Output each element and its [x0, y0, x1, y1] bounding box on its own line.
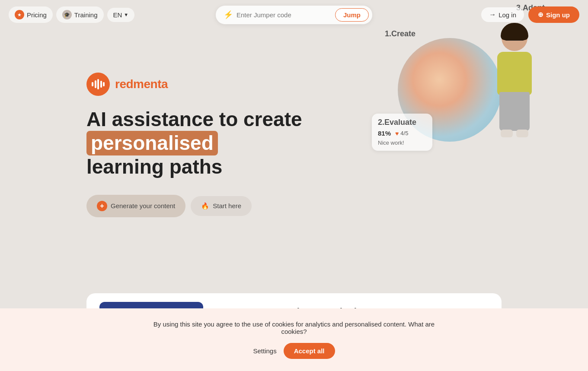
- jump-button[interactable]: Jump: [335, 8, 369, 22]
- cookie-buttons: Settings Accept all: [253, 343, 335, 359]
- pricing-button[interactable]: ★ Pricing: [9, 6, 53, 23]
- evaluate-card: 2.Evaluate 81% ♥ 4/5 Nice work!: [372, 114, 432, 151]
- fire-icon: 🔥: [201, 202, 209, 210]
- brand-logo: [86, 73, 110, 96]
- navbar: ★ Pricing 🎓 Training EN ▼ ⚡ Jump → Log i…: [0, 0, 588, 29]
- generate-content-button[interactable]: + Generate your content: [86, 195, 185, 217]
- jumper-input[interactable]: [236, 11, 332, 19]
- brand-name: redmenta: [115, 77, 168, 91]
- nav-right: → Log in ⊕ Sign up: [481, 6, 579, 23]
- generate-label: Generate your content: [111, 202, 175, 209]
- char-pants: [499, 92, 530, 131]
- chevron-down-icon: ▼: [124, 12, 128, 17]
- lightning-icon: ⚡: [224, 10, 233, 19]
- plus-icon: +: [97, 201, 107, 211]
- eval-stats: 81% ♥ 4/5: [378, 130, 426, 137]
- lang-label: EN: [113, 11, 122, 19]
- training-label: Training: [74, 11, 98, 19]
- char-body: [497, 52, 532, 95]
- heading-highlight: personalised: [86, 131, 218, 155]
- signup-label: Sign up: [546, 11, 570, 19]
- eval-percentage: 81%: [378, 130, 391, 137]
- eval-rating: 4/5: [400, 130, 408, 136]
- pricing-icon: ★: [15, 10, 24, 19]
- pricing-label: Pricing: [27, 11, 47, 19]
- user-plus-icon: ⊕: [538, 11, 543, 19]
- step-create-label: 1.Create: [385, 29, 415, 38]
- step-evaluate-label: 2.Evaluate: [378, 118, 426, 127]
- heart-rating: ♥ 4/5: [395, 130, 408, 137]
- heart-icon: ♥: [395, 130, 399, 137]
- cookie-banner: By using this site you agree to the use …: [0, 308, 588, 371]
- language-button[interactable]: EN ▼: [107, 8, 135, 22]
- illustration: 1.Create 3.Adapt 2.Evaluate 81% ♥ 4/5 Ni…: [372, 3, 553, 228]
- login-label: Log in: [499, 11, 516, 19]
- wave-bars-icon: [92, 79, 105, 89]
- training-icon: 🎓: [62, 10, 72, 19]
- cookie-settings-button[interactable]: Settings: [253, 347, 276, 355]
- hero-heading: AI assistance to create personalised lea…: [86, 108, 303, 178]
- char-shoe-left: [501, 130, 513, 137]
- char-shoe-right: [516, 130, 528, 137]
- character-figure: [480, 25, 549, 189]
- login-icon: →: [489, 11, 496, 19]
- heading-line1: AI assistance to create: [86, 108, 302, 130]
- nav-left: ★ Pricing 🎓 Training EN ▼: [9, 6, 134, 23]
- signup-button[interactable]: ⊕ Sign up: [528, 6, 579, 23]
- jumper-bar: ⚡ Jump: [216, 6, 372, 24]
- cookie-message: By using this site you agree to the use …: [143, 320, 445, 335]
- start-label: Start here: [213, 202, 241, 209]
- training-button[interactable]: 🎓 Training: [56, 6, 104, 23]
- start-here-button[interactable]: 🔥 Start here: [191, 196, 252, 216]
- login-button[interactable]: → Log in: [481, 7, 524, 22]
- cookie-accept-button[interactable]: Accept all: [284, 343, 335, 359]
- heading-line2: learning paths: [86, 155, 222, 178]
- eval-message: Nice work!: [378, 140, 404, 146]
